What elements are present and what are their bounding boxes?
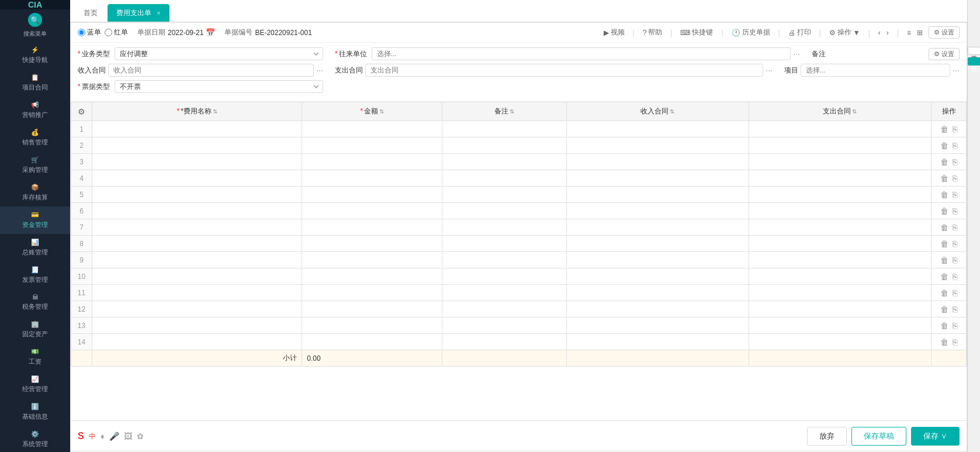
amount-cell[interactable] <box>302 268 442 285</box>
delete-icon[interactable]: 🗑 <box>940 223 948 232</box>
sidebar-item-quick-nav[interactable]: ⚡ 快捷导航 <box>0 42 70 69</box>
income-contract-cell[interactable] <box>566 236 749 252</box>
expense-name-cell[interactable] <box>92 285 302 301</box>
sidebar-item-project[interactable]: 📋 项目合同 <box>0 69 70 96</box>
remarks-cell[interactable] <box>442 268 566 285</box>
save-button[interactable]: 保存 ∨ <box>911 427 960 446</box>
copy-icon[interactable]: ⎘ <box>953 337 957 347</box>
amount-cell[interactable] <box>302 121 442 137</box>
remarks-cell[interactable] <box>442 203 566 219</box>
amount-cell[interactable] <box>302 154 442 170</box>
expense-contract-dots-icon[interactable]: ··· <box>766 65 773 75</box>
delete-icon[interactable]: 🗑 <box>940 174 948 183</box>
expense-name-cell[interactable] <box>92 219 302 236</box>
tab-close-icon[interactable]: × <box>157 9 160 16</box>
income-contract-cell[interactable] <box>566 252 749 268</box>
expense-name-cell[interactable] <box>92 121 302 137</box>
partner-input[interactable] <box>372 47 791 60</box>
expense-name-cell[interactable] <box>92 334 302 350</box>
nav-next-btn[interactable]: › <box>886 29 889 37</box>
calendar-icon[interactable]: 📅 <box>206 28 215 37</box>
remarks-cell[interactable] <box>442 301 566 318</box>
print-btn[interactable]: 🖨 打印 <box>788 27 811 37</box>
amount-cell[interactable] <box>302 137 442 154</box>
radio-blue-label[interactable]: 蓝单 <box>78 27 101 37</box>
amount-cell[interactable] <box>302 285 442 301</box>
expense-name-cell[interactable] <box>92 170 302 187</box>
amount-cell[interactable] <box>302 252 442 268</box>
settings-button[interactable]: ⚙ 设置 <box>929 26 960 39</box>
income-contract-cell[interactable] <box>566 285 749 301</box>
copy-icon[interactable]: ⎘ <box>953 223 957 232</box>
shortcut-btn[interactable]: ⌨ 快捷键 <box>680 27 713 37</box>
expense-contract-cell[interactable] <box>749 203 931 219</box>
delete-icon[interactable]: 🗑 <box>940 337 948 347</box>
delete-icon[interactable]: 🗑 <box>940 206 948 216</box>
expense-contract-cell[interactable] <box>749 236 931 252</box>
remarks-cell[interactable] <box>442 170 566 187</box>
project-input[interactable] <box>801 64 950 77</box>
action-btn[interactable]: ⚙ 操作 ▼ <box>829 27 860 37</box>
remarks-cell[interactable] <box>442 334 566 350</box>
business-type-select[interactable]: 应付调整 <box>115 47 323 60</box>
delete-icon[interactable]: 🗑 <box>940 125 948 134</box>
copy-icon[interactable]: ⎘ <box>953 125 957 134</box>
income-contract-input[interactable] <box>108 64 314 77</box>
remarks-cell[interactable] <box>442 236 566 252</box>
amount-cell[interactable] <box>302 236 442 252</box>
video-btn[interactable]: ▶ 视频 <box>604 27 625 37</box>
income-contract-cell[interactable] <box>566 301 749 318</box>
delete-icon[interactable]: 🗑 <box>940 141 948 150</box>
expense-contract-input[interactable] <box>365 64 763 77</box>
amount-cell[interactable] <box>302 318 442 334</box>
amount-cell[interactable] <box>302 219 442 236</box>
sidebar-item-salary[interactable]: 💵 工资 <box>0 343 70 371</box>
expense-name-cell[interactable] <box>92 154 302 170</box>
th-settings[interactable]: ⚙ <box>71 102 92 121</box>
amount-cell[interactable] <box>302 170 442 187</box>
copy-icon[interactable]: ⎘ <box>953 206 957 216</box>
amount-cell[interactable] <box>302 187 442 203</box>
copy-icon[interactable]: ⎘ <box>953 190 957 199</box>
grid-view-btn[interactable]: ⊞ <box>917 29 923 37</box>
delete-icon[interactable]: 🗑 <box>940 321 948 330</box>
expense-name-cell[interactable] <box>92 318 302 334</box>
remarks-cell[interactable] <box>442 285 566 301</box>
amount-cell[interactable] <box>302 334 442 350</box>
remarks-cell[interactable] <box>442 187 566 203</box>
sidebar-item-purchase[interactable]: 🛒 采购管理 <box>0 151 70 179</box>
expense-name-cell[interactable] <box>92 187 302 203</box>
expense-contract-cell[interactable] <box>749 137 931 154</box>
project-dots-icon[interactable]: ··· <box>953 65 960 75</box>
income-contract-cell[interactable] <box>566 154 749 170</box>
income-contract-cell[interactable] <box>566 318 749 334</box>
th-income-contract[interactable]: 收入合同⇅ <box>566 102 749 121</box>
list-view-btn[interactable]: ≡ <box>907 29 911 37</box>
delete-icon[interactable]: 🗑 <box>940 239 948 249</box>
copy-icon[interactable]: ⎘ <box>953 174 957 183</box>
sidebar-item-tax[interactable]: 🏛 税务管理 <box>0 289 70 316</box>
income-contract-cell[interactable] <box>566 268 749 285</box>
sidebar-item-system[interactable]: ⚙️ 系统管理 <box>0 426 70 452</box>
sidebar-item-basic-info[interactable]: ℹ️ 基础信息 <box>0 398 70 426</box>
delete-icon[interactable]: 🗑 <box>940 272 948 281</box>
expense-name-cell[interactable] <box>92 268 302 285</box>
th-amount[interactable]: *金额⇅ <box>302 102 442 121</box>
expense-contract-cell[interactable] <box>749 154 931 170</box>
income-contract-cell[interactable] <box>566 334 749 350</box>
expense-contract-cell[interactable] <box>749 170 931 187</box>
remarks-cell[interactable] <box>442 252 566 268</box>
income-contract-cell[interactable] <box>566 187 749 203</box>
right-tab-comment[interactable]: 评论 <box>968 57 981 65</box>
delete-icon[interactable]: 🗑 <box>940 305 948 314</box>
th-expense-name[interactable]: **费用名称⇅ <box>92 102 302 121</box>
delete-icon[interactable]: 🗑 <box>940 157 948 167</box>
sidebar-item-fixed-assets[interactable]: 🏢 固定资产 <box>0 316 70 343</box>
save-draft-button[interactable]: 保存草稿 <box>851 427 906 446</box>
remarks-cell[interactable] <box>442 318 566 334</box>
expense-contract-cell[interactable] <box>749 268 931 285</box>
income-contract-cell[interactable] <box>566 121 749 137</box>
sidebar-item-marketing[interactable]: 📢 营销推广 <box>0 96 70 124</box>
help-btn[interactable]: ? 帮助 <box>643 27 663 37</box>
invoice-type-select[interactable]: 不开票 <box>115 80 323 93</box>
